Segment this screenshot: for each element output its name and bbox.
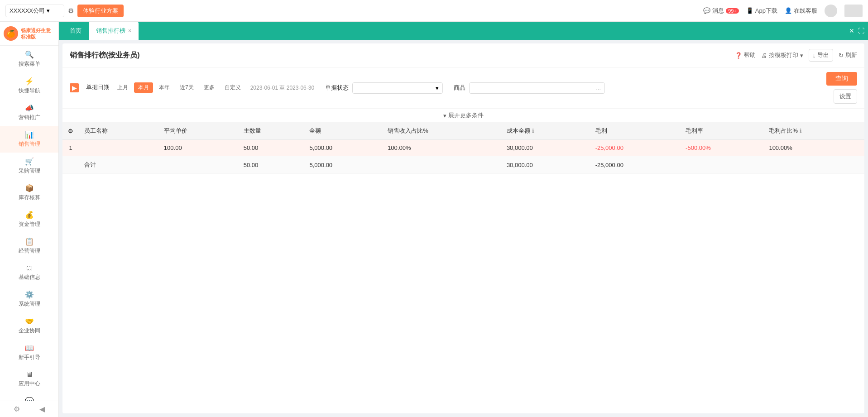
support-icon: 👤 — [785, 7, 792, 14]
sidebar-label-apps: 应用中心 — [19, 380, 40, 388]
avatar[interactable] — [825, 5, 837, 17]
shortcuts-icon: ⚡ — [25, 77, 34, 86]
app-icon: 📱 — [746, 7, 753, 14]
goods-dots[interactable]: ... — [596, 85, 601, 91]
sidebar-item-enterprise[interactable]: 🤝 企业协同 — [0, 312, 58, 339]
th-amount: 全额 — [304, 122, 382, 140]
date-filter-group: 单据日期 上月 本月 本年 近7天 更多 自定义 2023-06-01 至 20… — [86, 82, 314, 93]
filter-row: ▶ 单据日期 上月 本月 本年 近7天 更多 自定义 — [62, 67, 864, 108]
tab-sales-ranking[interactable]: 销售排行榜 × — [89, 22, 139, 40]
sidebar-label-management: 经营管理 — [19, 247, 40, 255]
sidebar-label-inventory: 库存核算 — [19, 194, 40, 201]
profit-pct-info-icon[interactable]: ℹ — [800, 128, 802, 134]
basic-icon: 🗂 — [26, 264, 33, 272]
wechat-icon: 💬 — [25, 397, 34, 401]
sidebar-nav: 🔍 搜索菜单 ⚡ 快捷导航 📣 营销推广 📊 销售管理 🛒 采购管理 — [0, 46, 58, 401]
settings-bottom-icon[interactable]: ⚙ — [14, 405, 20, 413]
purchase-icon: 🛒 — [25, 157, 34, 166]
close-window-icon[interactable]: ✕ — [849, 27, 854, 34]
goods-input[interactable]: ... — [469, 82, 605, 94]
sidebar-item-purchase[interactable]: 🛒 采购管理 — [0, 153, 58, 179]
footer-empty1 — [62, 156, 79, 174]
sidebar-item-system[interactable]: ⚙️ 系统管理 — [0, 286, 58, 312]
sidebar-label-purchase: 采购管理 — [19, 167, 40, 175]
footer-row: 合计 50.00 5,000.00 30,000.00 -25,000.00 — [62, 156, 864, 174]
footer-empty5 — [763, 156, 864, 174]
sidebar-label-enterprise: 企业协同 — [19, 327, 40, 335]
sidebar-item-wechat[interactable]: 💬 企业微信 — [0, 392, 58, 401]
online-support-btn[interactable]: 👤 在线客服 — [785, 7, 817, 15]
search-icon: 🔍 — [25, 50, 34, 59]
th-settings[interactable]: ⚙ — [62, 122, 79, 140]
cell-sales-pct: 100.00% — [382, 140, 501, 156]
footer-amount: 5,000.00 — [304, 156, 382, 174]
sidebar-item-finance[interactable]: 💰 资金管理 — [0, 206, 58, 233]
company-name: XXXXXX公司 — [10, 7, 45, 15]
this-year-btn[interactable]: 本年 — [155, 82, 174, 93]
th-qty: 主数量 — [238, 122, 304, 140]
maximize-icon[interactable]: ⛶ — [858, 27, 864, 34]
this-month-btn[interactable]: 本月 — [134, 82, 153, 93]
sales-table: ⚙ 员工名称 平均单价 主数量 全额 销售收入占比% 成本全额 ℹ 毛利 毛利率… — [62, 122, 864, 174]
collapse-icon[interactable]: ◀ — [39, 405, 45, 413]
status-select[interactable]: ▾ — [352, 82, 443, 94]
tab-home[interactable]: 首页 — [62, 22, 89, 40]
table-settings-btn[interactable]: 设置 — [834, 89, 857, 104]
industry-btn[interactable]: 体验行业方案 — [77, 5, 124, 17]
footer-qty: 50.00 — [238, 156, 304, 174]
th-sales-pct: 销售收入占比% — [382, 122, 501, 140]
chevron-down-icon: ▾ — [47, 7, 50, 14]
table-wrapper: ⚙ 员工名称 平均单价 主数量 全额 销售收入占比% 成本全额 ℹ 毛利 毛利率… — [62, 122, 864, 413]
message-label: 消息 — [712, 7, 724, 15]
cell-amount: 5,000.00 — [304, 140, 382, 156]
table-header-row: ⚙ 员工名称 平均单价 主数量 全额 销售收入占比% 成本全额 ℹ 毛利 毛利率… — [62, 122, 864, 140]
status-filter-label: 单据状态 — [325, 84, 349, 92]
filter-actions: 查询 设置 — [826, 72, 857, 104]
collapse-filter-icon[interactable]: ▶ — [70, 83, 79, 92]
sidebar-item-inventory[interactable]: 📦 库存核算 — [0, 179, 58, 206]
sidebar-item-management[interactable]: 📋 经营管理 — [0, 233, 58, 259]
date-shortcuts: 上月 本月 本年 近7天 更多 自定义 — [113, 82, 245, 93]
filter-row-inner: 单据日期 上月 本月 本年 近7天 更多 自定义 2023-06-01 至 20… — [86, 82, 819, 94]
export-icon: ↓ — [813, 52, 816, 59]
page-content: 销售排行榜(按业务员) ❓ 帮助 🖨 按模板打印 ▾ ↓ — [62, 43, 864, 413]
sidebar-item-marketing[interactable]: 📣 营销推广 — [0, 99, 58, 126]
sales-icon: 📊 — [25, 130, 34, 139]
company-selector[interactable]: XXXXXX公司 ▾ — [5, 5, 64, 17]
settings-icon[interactable]: ⚙ — [68, 7, 74, 15]
apps-icon: 🖥 — [26, 370, 33, 379]
tab-bar: 首页 销售排行榜 × ✕ ⛶ — [59, 22, 868, 40]
sidebar-item-basic[interactable]: 🗂 基础信息 — [0, 259, 58, 286]
sidebar-item-apps[interactable]: 🖥 应用中心 — [0, 366, 58, 392]
sidebar-label-guide: 新手引导 — [19, 354, 40, 361]
custom-date-btn[interactable]: 自定义 — [221, 82, 245, 93]
top-bar-right: 💬 消息 99+ 📱 App下载 👤 在线客服 — [703, 5, 863, 17]
cell-cost: 30,000.00 — [501, 140, 590, 156]
th-profit: 毛利 — [590, 122, 680, 140]
query-btn[interactable]: 查询 — [826, 72, 857, 86]
refresh-btn[interactable]: ↻ 刷新 — [839, 51, 857, 59]
th-avg-price: 平均单价 — [158, 122, 238, 140]
tab-sales-label: 销售排行榜 — [96, 27, 125, 35]
tab-bar-right: ✕ ⛶ — [849, 27, 864, 34]
cell-profit-rate: -500.00% — [680, 140, 763, 156]
sidebar-item-sales[interactable]: 📊 销售管理 — [0, 126, 58, 153]
tab-home-label: 首页 — [70, 27, 82, 35]
last7days-btn[interactable]: 近7天 — [176, 82, 198, 93]
print-btn[interactable]: 🖨 按模板打印 ▾ — [761, 51, 803, 59]
export-btn[interactable]: ↓ 导出 — [809, 49, 834, 62]
cell-name — [79, 140, 158, 156]
cost-info-icon[interactable]: ℹ — [532, 128, 534, 134]
message-btn[interactable]: 💬 消息 99+ — [703, 7, 739, 15]
sidebar-item-guide[interactable]: 📖 新手引导 — [0, 339, 58, 366]
refresh-icon: ↻ — [839, 52, 844, 59]
help-btn[interactable]: ❓ 帮助 — [735, 51, 756, 59]
sidebar-item-search[interactable]: 🔍 搜索菜单 — [0, 46, 58, 72]
tab-close-icon[interactable]: × — [128, 28, 131, 34]
sidebar-item-shortcuts[interactable]: ⚡ 快捷导航 — [0, 72, 58, 99]
more-date-btn[interactable]: 更多 — [200, 82, 219, 93]
app-download-btn[interactable]: 📱 App下载 — [746, 7, 777, 15]
system-icon: ⚙️ — [25, 290, 34, 299]
last-month-btn[interactable]: 上月 — [113, 82, 132, 93]
expand-conditions-btn[interactable]: ▾ 展开更多条件 — [62, 108, 864, 122]
